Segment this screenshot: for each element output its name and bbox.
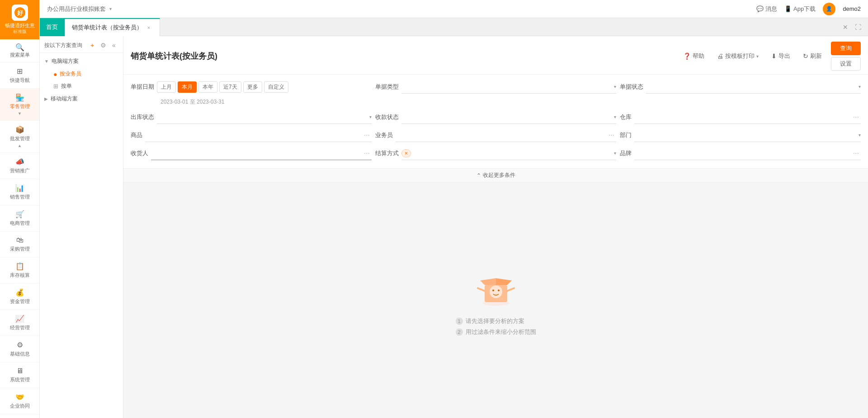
settlement-field[interactable]: × ▾ — [401, 147, 616, 160]
ecommerce-label: 电商管理 — [10, 220, 30, 227]
app-download-button[interactable]: 📱 App下载 — [784, 5, 816, 13]
more-btn[interactable]: 更多 — [243, 81, 262, 93]
sales-label: 销售管理 — [10, 194, 30, 200]
salesperson-field[interactable]: ··· — [396, 128, 616, 142]
user-name[interactable]: demo2 — [843, 5, 861, 12]
topbar-right: 💬 消息 📱 App下载 👤 demo2 — [756, 3, 861, 15]
this-month-btn[interactable]: 本月 — [178, 81, 197, 93]
tip-num-1: 1 — [456, 318, 463, 325]
sidebar-item-purchase[interactable]: 🛍 采购管理 — [0, 232, 39, 257]
sidebar-item-sales[interactable]: 📊 销售管理 — [0, 179, 39, 205]
breadcrumb-dropdown-icon[interactable]: ▾ — [109, 6, 112, 11]
add-scheme-button[interactable]: + — [88, 41, 97, 50]
filter-cell-department: 部门 ▾ — [620, 128, 861, 142]
tab-close-button[interactable]: × — [145, 24, 152, 31]
filter-cell-goods: 商品 ··· — [131, 128, 372, 142]
salesperson-dots[interactable]: ··· — [609, 131, 616, 139]
outstatus-arrow: ▾ — [369, 114, 372, 119]
refresh-button[interactable]: ↻ 刷新 — [799, 50, 826, 62]
sidebar-item-retail[interactable]: 🏪 零售管理 ▼ — [0, 89, 39, 121]
filter-cell-brand: 品牌 ··· — [620, 147, 861, 160]
sidebar-item-enterprise[interactable]: 🤝 企业协同 — [0, 388, 39, 414]
collapse-panel-button[interactable]: « — [109, 41, 118, 50]
download-icon: 📱 — [784, 5, 792, 12]
sidebar-item-system[interactable]: 🖥 系统管理 — [0, 362, 39, 388]
print-label: 按模板打印 — [725, 52, 755, 60]
docstatus-arrow: ▾ — [859, 84, 861, 89]
help-button[interactable]: ❓ 帮助 — [679, 50, 708, 62]
svg-point-6 — [492, 290, 494, 291]
ecommerce-icon: 🛒 — [15, 210, 24, 218]
app-download-label: App下载 — [793, 5, 816, 13]
tree-item-by-salesperson[interactable]: ● 按业务员 — [49, 68, 123, 80]
system-icon: 🖥 — [16, 367, 24, 375]
filter-cell-date: 单据日期 上月 本月 本年 近7天 更多 自定义 — [131, 81, 372, 93]
sidebar-item-marketing[interactable]: 📣 营销推广 — [0, 153, 39, 179]
tabbar: 首页 销货单统计表（按业务员） × ✕ ⛶ — [40, 18, 868, 36]
tab-sales-stat[interactable]: 销货单统计表（按业务员） × — [65, 18, 160, 36]
docstatus-field[interactable]: ▾ — [646, 80, 861, 94]
last7-btn[interactable]: 近7天 — [219, 81, 241, 93]
sidebar-item-inventory[interactable]: 📋 库存核算 — [0, 257, 39, 284]
empty-tips: 1 请先选择要分析的方案 2 用过滤条件来缩小分析范围 — [456, 317, 536, 336]
message-button[interactable]: 💬 消息 — [756, 5, 777, 13]
marketing-label: 营销推广 — [10, 167, 30, 174]
warehouse-dots[interactable]: ··· — [853, 113, 861, 121]
sidebar: 好 畅捷通好生意 标准版 🔍 搜索菜单 ⊞ 快捷导航 🏪 零售管理 ▼ 📦 批发… — [0, 0, 40, 418]
tab-home[interactable]: 首页 — [40, 18, 65, 36]
main-content: 1 请先选择要分析的方案 2 用过滤条件来缩小分析范围 — [123, 182, 868, 418]
sidebar-item-newbie[interactable]: 🎓 新手引导 — [0, 414, 39, 418]
filter-cell-doctype: 单据类型 ▾ — [375, 80, 616, 94]
sidebar-item-operations[interactable]: 📈 经营管理 — [0, 310, 39, 336]
receiver-dots[interactable]: ··· — [364, 149, 372, 157]
warehouse-field[interactable]: ··· — [634, 110, 861, 124]
doctype-arrow: ▾ — [614, 84, 616, 89]
sidebar-item-finance[interactable]: 💰 资金管理 — [0, 284, 39, 310]
tag-close-icon[interactable]: × — [405, 150, 408, 157]
retail-arrow: ▼ — [18, 111, 22, 116]
brand-dots[interactable]: ··· — [853, 149, 861, 157]
user-avatar[interactable]: 👤 — [823, 3, 835, 15]
tree-item-mobile[interactable]: ▶ 移动端方案 — [40, 92, 123, 105]
left-panel-actions: + ⚙ « — [88, 41, 118, 50]
operations-icon: 📈 — [15, 314, 24, 323]
last-month-btn[interactable]: 上月 — [157, 81, 176, 93]
doctype-field[interactable]: ▾ — [401, 80, 616, 94]
outstatus-field[interactable]: ▾ — [157, 110, 372, 124]
query-button[interactable]: 查询 — [831, 42, 861, 55]
sidebar-item-wholesale[interactable]: 📦 批发管理 ▲ — [0, 121, 39, 153]
tab-maximize-button[interactable]: ⛶ — [854, 23, 863, 32]
settings-button[interactable]: 设置 — [831, 57, 861, 71]
enterprise-icon: 🤝 — [15, 393, 24, 401]
filter-row-1: 单据日期 上月 本月 本年 近7天 更多 自定义 单据类型 — [131, 80, 861, 94]
receiver-field[interactable]: ··· — [151, 147, 372, 160]
brand-field[interactable]: ··· — [634, 147, 861, 160]
collection-field[interactable]: ▾ — [401, 110, 616, 124]
collapse-label: 收起更多条件 — [483, 171, 515, 179]
department-arrow: ▾ — [859, 133, 861, 138]
compass-icon: ⊞ — [17, 67, 23, 76]
this-year-btn[interactable]: 本年 — [198, 81, 217, 93]
tab-close-window-button[interactable]: ✕ — [841, 23, 850, 32]
goods-field[interactable]: ··· — [145, 128, 372, 142]
tree-item-by-doc[interactable]: ⊞ 按单 — [49, 80, 123, 92]
doctype-label: 单据类型 — [375, 83, 399, 91]
sidebar-logo[interactable]: 好 畅捷通好生意 标准版 — [0, 0, 39, 39]
print-button[interactable]: 🖨 按模板打印 ▾ — [713, 50, 762, 62]
settings-scheme-button[interactable]: ⚙ — [99, 41, 108, 50]
date-range-display: 2023-03-01 至 2023-03-31 — [160, 99, 224, 105]
custom-btn[interactable]: 自定义 — [264, 81, 288, 93]
sidebar-item-quick-nav[interactable]: ⊞ 快捷导航 — [0, 62, 39, 89]
collapse-bar[interactable]: ⌃ 收起更多条件 — [123, 169, 868, 182]
page-title: 销货单统计表(按业务员) — [131, 51, 217, 62]
goods-dots[interactable]: ··· — [364, 131, 372, 139]
main-area: 办公用品行业模拟账套 ▾ 💬 消息 📱 App下载 👤 demo2 首页 销货单… — [40, 0, 868, 418]
export-icon: ⬇ — [771, 52, 777, 60]
sidebar-item-ecommerce[interactable]: 🛒 电商管理 — [0, 205, 39, 232]
sidebar-item-basic[interactable]: ⚙ 基础信息 — [0, 336, 39, 362]
tree-sub-computer: ● 按业务员 ⊞ 按单 — [40, 68, 123, 92]
export-button[interactable]: ⬇ 导出 — [768, 50, 794, 62]
department-field[interactable]: ▾ — [634, 128, 861, 142]
search-menu-item[interactable]: 🔍 搜索菜单 — [0, 39, 39, 62]
svg-point-5 — [490, 285, 502, 298]
